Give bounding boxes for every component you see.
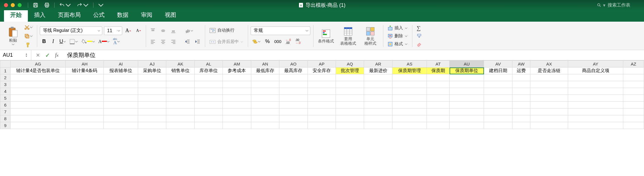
decrease-font-button[interactable]: A [134,26,143,35]
grid-cell[interactable] [623,74,644,81]
grid-cell[interactable] [103,88,138,95]
fill-button[interactable] [415,32,423,40]
grid-cell[interactable] [530,74,568,81]
grid-cell[interactable] [512,81,530,88]
column-header[interactable]: AM [223,61,251,67]
format-cells-button[interactable]: 格式 [386,40,409,48]
grid-cell[interactable] [194,74,223,81]
grid-cell[interactable]: 运费 [512,67,530,74]
wrap-text-button[interactable]: 自动换行 [208,27,245,34]
grid-cell[interactable] [103,81,138,88]
grid-cell[interactable]: 库存单位 [194,67,223,74]
grid-cell[interactable] [450,115,484,122]
grid-cell[interactable] [364,102,392,109]
grid-cell[interactable] [427,115,450,122]
print-icon[interactable] [44,2,50,8]
align-bottom-button[interactable] [169,26,178,35]
increase-font-button[interactable]: A [124,26,133,35]
column-header[interactable]: AY [568,61,623,67]
grid-cell[interactable] [530,81,568,88]
autosum-button[interactable]: ∑ [415,24,423,32]
grid-cell[interactable] [450,74,484,81]
merge-center-button[interactable]: 合并后居中 [208,38,245,46]
grid-cell[interactable] [103,115,138,122]
grid-cell[interactable] [336,74,364,81]
column-header[interactable]: AQ [336,61,364,67]
number-format-select[interactable]: 常规 [251,26,310,35]
row-header[interactable]: 2 [0,74,11,81]
grid-cell[interactable] [623,67,644,74]
italic-button[interactable]: I [49,37,57,46]
grid-cell[interactable] [308,109,336,115]
grid-cell[interactable] [11,88,66,95]
comma-format-button[interactable]: 000 [273,37,283,46]
grid-cell[interactable] [364,88,392,95]
grid-cell[interactable] [251,102,279,109]
font-size-select[interactable]: 11 [104,26,122,35]
grid-cell[interactable] [103,109,138,115]
column-header[interactable]: AS [392,61,427,67]
grid-cell[interactable] [336,81,364,88]
grid-cell[interactable] [66,102,103,109]
grid-cell[interactable] [138,88,166,95]
grid-cell[interactable] [484,81,512,88]
orientation-button[interactable]: ab [183,26,195,35]
insert-cells-button[interactable]: 插入 [386,24,409,32]
format-painter-button[interactable] [23,41,34,49]
grid-cell[interactable] [138,81,166,88]
grid-cell[interactable] [194,115,223,122]
grid-cell[interactable] [166,88,194,95]
grid-cell[interactable] [223,102,251,109]
grid-cell[interactable] [392,115,427,122]
grid-cell[interactable]: 商品自定义项 [568,67,623,74]
grid-cell[interactable] [166,95,194,102]
cell-style-button[interactable]: 单元 格样式 [360,26,380,46]
paste-button[interactable]: 粘贴 [5,23,21,49]
row-header[interactable]: 6 [0,102,11,109]
grid-cell[interactable] [427,88,450,95]
grid-cell[interactable] [568,95,623,102]
grid-cell[interactable] [308,74,336,81]
grid-cell[interactable]: 批次管理 [336,67,364,74]
column-header[interactable]: AH [66,61,103,67]
align-middle-button[interactable] [159,26,167,35]
grid-cell[interactable] [223,122,251,129]
bold-button[interactable]: B [40,37,48,46]
select-all-corner[interactable] [0,61,11,67]
grid-cell[interactable] [623,95,644,102]
grid-cell[interactable] [530,95,568,102]
border-button[interactable] [68,37,79,46]
increase-decimal-button[interactable]: ←.0.00 [284,37,292,46]
grid-cell[interactable] [450,81,484,88]
grid-cell[interactable] [623,88,644,95]
grid-cell[interactable] [512,95,530,102]
column-header[interactable]: AG [11,61,66,67]
grid-cell[interactable] [194,109,223,115]
grid-cell[interactable] [223,109,251,115]
maximize-window-button[interactable] [18,3,22,7]
grid-cell[interactable] [138,95,166,102]
grid-cell[interactable] [66,95,103,102]
grid-cell[interactable] [251,74,279,81]
grid-cell[interactable] [66,109,103,115]
grid-cell[interactable] [166,109,194,115]
grid-cell[interactable] [623,81,644,88]
table-format-button[interactable]: 套用 表格格式 [338,26,358,46]
cell-reference-input[interactable] [2,52,19,58]
grid-cell[interactable] [427,109,450,115]
grid-cell[interactable] [308,95,336,102]
grid-cell[interactable] [251,109,279,115]
grid-cell[interactable] [194,122,223,129]
grid-cell[interactable] [66,74,103,81]
grid-cell[interactable] [166,115,194,122]
row-header[interactable]: 9 [0,122,11,129]
grid-cell[interactable] [11,109,66,115]
grid-cell[interactable] [66,88,103,95]
grid-cell[interactable] [427,122,450,129]
grid-cell[interactable] [512,122,530,129]
grid-cell[interactable]: 最高库存 [279,67,308,74]
row-header[interactable]: 5 [0,95,11,102]
fill-color-button[interactable] [80,37,96,46]
grid-cell[interactable] [450,95,484,102]
grid-cell[interactable] [623,122,644,129]
